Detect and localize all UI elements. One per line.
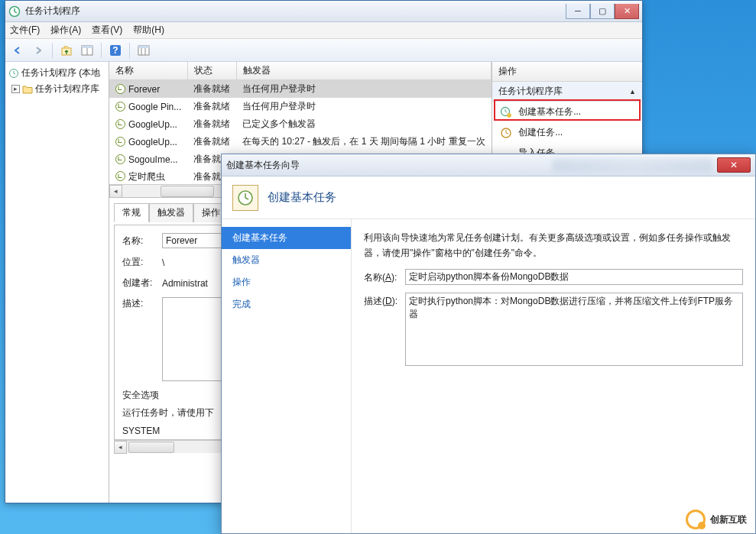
help-button[interactable]: ? [106, 41, 125, 60]
watermark: 创新互联 [686, 510, 747, 529]
toolbar-separator [101, 43, 102, 58]
actions-subheader-label: 任务计划程序库 [498, 85, 563, 98]
menu-view[interactable]: 查看(V) [92, 24, 122, 37]
prop-name-label: 名称: [122, 235, 162, 248]
prop-creator-label: 创建者: [122, 277, 162, 290]
menubar: 文件(F) 操作(A) 查看(V) 帮助(H) [5, 22, 642, 39]
wizard-header-icon [232, 185, 258, 211]
window-title: 任务计划程序 [25, 5, 566, 18]
clock-icon [115, 84, 125, 94]
wizard-title: 创建基本任务向导 [226, 159, 552, 172]
forward-button[interactable] [29, 41, 47, 60]
prop-loc-label: 位置: [122, 256, 162, 269]
columns-button[interactable] [135, 41, 153, 60]
wizard-desc-textarea[interactable] [405, 293, 743, 366]
toolbar: ? [5, 39, 642, 62]
col-trigger[interactable]: 触发器 [236, 62, 491, 80]
titlebar[interactable]: 任务计划程序 ─ ▢ ✕ [5, 1, 642, 22]
actions-subheader[interactable]: 任务计划程序库 ▲ [492, 82, 642, 102]
col-status[interactable]: 状态 [187, 62, 236, 80]
minimize-button[interactable]: ─ [566, 4, 590, 19]
tree-panel: 任务计划程序 (本地 ▸ 任务计划程序库 [5, 62, 109, 503]
menu-action[interactable]: 操作(A) [50, 24, 81, 37]
action-item[interactable]: 创建基本任务... [492, 102, 642, 122]
watermark-icon [686, 510, 706, 529]
svg-rect-3 [82, 46, 92, 48]
wizard-description: 利用该向导快速地为常见任务创建计划。有关更多高级选项或设置，例如多任务操作或触发… [364, 230, 743, 261]
folder-icon [22, 85, 33, 94]
clock-icon [8, 68, 19, 79]
task-row[interactable]: Google Pin...准备就绪当任何用户登录时 [109, 98, 492, 115]
wizard-header: 创建基本任务 [222, 176, 755, 219]
scroll-left-button[interactable]: ◂ [114, 441, 127, 454]
wizard-header-title: 创建基本任务 [268, 190, 336, 205]
tree-child[interactable]: ▸ 任务计划程序库 [7, 81, 107, 97]
wizard-nav-item[interactable]: 触发器 [222, 249, 351, 271]
maximize-button[interactable]: ▢ [590, 4, 615, 19]
prop-loc-value: \ [162, 257, 164, 268]
watermark-text: 创新互联 [710, 513, 747, 526]
action-item-label: 创建任务... [518, 126, 563, 139]
svg-point-13 [507, 113, 511, 118]
wizard-desc-label: 描述(D): [364, 293, 405, 308]
clock-icon [115, 137, 125, 147]
svg-text:?: ? [112, 45, 118, 56]
wizard-close-button[interactable]: ✕ [717, 157, 751, 173]
create-basic-task-wizard: 创建基本任务向导 ✕ 创建基本任务 创建基本任务触发器操作完成 利用该向导快速地… [221, 154, 756, 534]
up-button[interactable] [57, 41, 76, 60]
wizard-nav: 创建基本任务触发器操作完成 [222, 219, 352, 533]
scroll-thumb[interactable] [161, 186, 214, 197]
clock-icon [115, 102, 125, 112]
collapse-arrow-icon: ▲ [629, 88, 636, 95]
wizard-nav-item[interactable]: 完成 [222, 293, 351, 316]
panel-toggle-button[interactable] [78, 41, 96, 60]
action-item[interactable]: 创建任务... [492, 122, 642, 143]
menu-file[interactable]: 文件(F) [10, 24, 40, 37]
wizard-nav-item[interactable]: 操作 [222, 271, 351, 293]
close-button[interactable]: ✕ [615, 4, 639, 19]
tab-general[interactable]: 常规 [114, 203, 149, 222]
tree-child-label: 任务计划程序库 [35, 83, 99, 95]
prop-creator-value: Administrat [162, 278, 208, 289]
action-item-label: 创建基本任务... [518, 105, 581, 118]
clock-icon [115, 171, 125, 181]
app-icon [8, 5, 21, 18]
task-row[interactable]: GoogleUp...准备就绪已定义多个触发器 [109, 115, 492, 133]
back-button[interactable] [8, 41, 27, 60]
wizard-content: 利用该向导快速地为常见任务创建计划。有关更多高级选项或设置，例如多任务操作或触发… [352, 219, 755, 533]
tree-root-label: 任务计划程序 (本地 [21, 66, 100, 79]
wizard-name-label: 名称(A): [364, 269, 405, 284]
prop-desc-label: 描述: [122, 297, 162, 310]
scroll-thumb[interactable] [128, 442, 174, 453]
task-row[interactable]: GoogleUp...准备就绪在每天的 10:27 - 触发后，在 1 天 期间… [109, 133, 492, 150]
tree-root[interactable]: 任务计划程序 (本地 [7, 65, 107, 81]
expand-icon[interactable]: ▸ [11, 85, 20, 93]
wizard-titlebar[interactable]: 创建基本任务向导 ✕ [222, 154, 755, 176]
scroll-left-button[interactable]: ◂ [109, 185, 122, 198]
clock-icon [500, 127, 512, 139]
toolbar-separator [129, 43, 130, 58]
clock-badge-icon [500, 106, 512, 118]
col-name[interactable]: 名称 [109, 62, 187, 80]
task-row[interactable]: Forever准备就绪当任何用户登录时 [109, 80, 492, 99]
toolbar-separator [52, 43, 53, 58]
titlebar-blur-region [552, 158, 712, 172]
svg-rect-8 [138, 46, 149, 48]
actions-header: 操作 [492, 62, 642, 82]
clock-icon [115, 154, 125, 164]
clock-icon [115, 119, 125, 129]
wizard-name-input[interactable] [405, 269, 743, 285]
wizard-nav-item[interactable]: 创建基本任务 [222, 227, 351, 249]
tab-trigger[interactable]: 触发器 [149, 203, 193, 222]
menu-help[interactable]: 帮助(H) [133, 24, 164, 37]
